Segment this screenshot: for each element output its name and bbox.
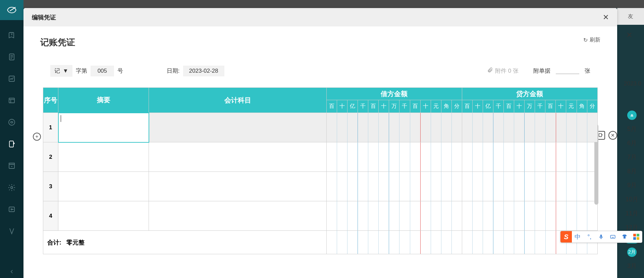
row-seq: 3 [43,172,58,201]
svg-point-9 [9,119,15,125]
nav-icon-6-active[interactable] [5,137,18,151]
digit-header: 千 [399,100,410,113]
modal-close-button[interactable]: ✕ [603,13,609,22]
zi-prefix-label: 字第 [76,67,87,75]
digit-header: 十 [379,100,389,113]
hao-label: 号 [117,67,123,75]
ime-toolbar[interactable]: S 中 °, [560,231,642,243]
voucher-number-input[interactable]: 005 [91,66,114,76]
nav-icon-10[interactable] [5,224,18,238]
month-sidebar: 5月 6月 7月 8月 9月 10月 11月 12月 023 2月 3月 [620,111,644,271]
sidebar-collapse[interactable] [0,269,23,275]
subject-cell[interactable] [149,113,327,142]
paperclip-icon [487,67,493,75]
chevron-down-icon: ▼ [63,68,68,74]
svg-rect-6 [9,98,14,103]
ime-lang[interactable]: 中 [572,233,584,241]
attachment-link[interactable]: 附件 0 张 [487,67,519,75]
col-credit: 贷方金额 [462,88,597,100]
month-item[interactable]: 9月 [627,180,637,190]
ime-punct-icon[interactable]: °, [584,233,595,240]
total-debit [327,231,462,254]
svg-rect-15 [599,134,602,137]
month-item[interactable]: 11月 [626,208,638,218]
subject-cell[interactable] [149,142,327,172]
summary-cell[interactable] [58,142,149,172]
digit-header: 十 [556,100,566,113]
row-insert-button[interactable]: + [33,133,41,141]
subject-cell[interactable] [149,172,327,201]
month-item[interactable]: 3月 [627,261,637,271]
credit-cell[interactable] [462,201,597,231]
month-item[interactable]: 5月 [627,124,637,134]
digit-header: 角 [577,100,587,113]
nav-icon-9[interactable] [5,203,18,216]
background-close-icon[interactable]: ✕ [626,31,632,40]
nav-icon-1[interactable]: ¥ [5,28,18,42]
nav-icon-4[interactable] [5,94,18,107]
month-item[interactable]: 7月 [627,152,637,162]
subject-cell[interactable] [149,201,327,231]
month-item[interactable]: 10月 [626,194,638,204]
month-item[interactable]: 6月 [627,138,637,148]
ime-skin-icon[interactable] [619,234,630,240]
row-action-buttons: ✕ [596,131,617,140]
voucher-type-select[interactable]: 记 ▼ [50,65,72,77]
credit-cell[interactable] [462,113,597,142]
digit-header: 亿 [483,100,493,113]
row-delete-button[interactable]: ✕ [608,131,617,140]
debit-cell[interactable] [327,142,462,172]
left-sidebar: ¥ [0,0,23,278]
voucher-type-value: 记 [54,67,60,75]
app-logo [0,0,23,20]
month-item[interactable]: 8月 [627,166,637,176]
slip-label: 附单据 [533,67,550,75]
row-seq: 1 [43,113,58,142]
modal-header: 编辑凭证 ✕ [23,8,617,26]
voucher-table-area: + ✕ 序号 摘要 会计科目 借方金额 贷方金额 [40,87,600,254]
ime-logo-icon: S [560,231,572,242]
svg-marker-14 [11,209,13,210]
nav-icon-7[interactable] [5,159,18,172]
summary-cell[interactable] [58,172,149,201]
total-label: 合计: [47,239,61,246]
debit-cell[interactable] [327,172,462,201]
background-topbar [23,0,644,8]
refresh-button[interactable]: ↻ 刷新 [583,37,600,44]
date-input[interactable]: 2023-02-28 [183,66,224,76]
ime-keyboard-icon[interactable] [607,234,619,240]
edit-voucher-modal: 编辑凭证 ✕ 记账凭证 ↻ 刷新 记 ▼ 字第 005 号 日期: [23,8,617,278]
row-seq: 2 [43,142,58,172]
content-panel: 记账凭证 ↻ 刷新 记 ▼ 字第 005 号 日期: 2023-02-28 [34,31,607,254]
digit-header: 十 [514,100,525,113]
credit-cell[interactable] [462,142,597,172]
attachment-label: 附件 0 张 [495,67,519,75]
digit-header: 分 [451,100,462,113]
summary-cell[interactable] [58,113,149,142]
slip-unit: 张 [585,67,590,75]
background-tab: 友 [617,8,644,25]
digit-header: 千 [493,100,504,113]
svg-rect-10 [9,141,13,147]
nav-icon-2[interactable] [5,50,18,64]
page-heading: 记账凭证 [40,37,75,48]
nav-icon-5[interactable] [5,116,18,129]
digit-header: 十 [337,100,347,113]
col-debit: 借方金额 [327,88,462,100]
summary-cell[interactable] [58,201,149,231]
ime-mic-icon[interactable] [595,234,607,240]
col-summary: 摘要 [58,88,149,113]
credit-cell[interactable] [462,172,597,201]
digit-header: 元 [566,100,577,113]
debit-cell[interactable] [327,113,462,142]
modal-title: 编辑凭证 [32,13,56,21]
month-active[interactable]: 2月 [627,248,637,257]
month-scroll-up[interactable] [627,111,637,120]
digit-header: 万 [389,100,399,113]
nav-icon-8[interactable] [5,181,18,194]
debit-cell[interactable] [327,201,462,231]
digit-header: 十 [472,100,483,113]
slip-count-input[interactable] [556,68,579,74]
nav-icon-3[interactable] [5,72,18,85]
ime-grid-icon[interactable] [630,234,642,240]
